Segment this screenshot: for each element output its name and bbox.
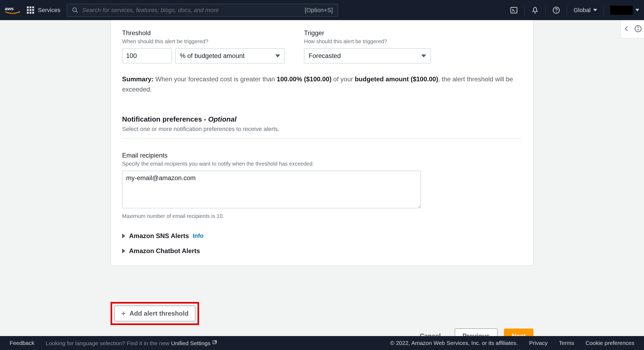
cloudshell-icon[interactable] [510,6,518,14]
language-hint: Looking for language selection? Find it … [46,340,217,347]
email-recipients-max: Maximum number of email recipients is 10… [122,213,522,219]
threshold-unit-select[interactable]: % of budgeted amount [175,48,285,63]
svg-line-2 [76,11,78,13]
threshold-help: When should this alert be triggered? [122,38,293,45]
notification-preferences-heading: Notification preferences - Optional [122,115,522,123]
chevron-down-icon [593,9,597,11]
caret-right-icon [122,249,125,253]
services-menu[interactable]: Services [27,6,60,14]
top-nav: aws Services [Option+S] Global [0,0,644,20]
services-label: Services [38,7,60,14]
cancel-button[interactable]: Cancel [412,329,448,336]
copyright: © 2022, Amazon Web Services, Inc. or its… [390,340,518,346]
global-search[interactable]: [Option+S] [67,4,338,17]
search-shortcut: [Option+S] [305,7,333,14]
chevron-down-icon [275,54,280,57]
notification-preferences-help: Select one or more notification preferen… [122,126,522,133]
chatbot-alerts-expander[interactable]: Amazon Chatbot Alerts [122,247,522,255]
account-menu[interactable] [610,6,639,15]
terms-link[interactable]: Terms [559,340,574,346]
svg-point-1 [73,8,76,12]
email-recipients-label: Email recipients [122,152,522,159]
chevron-down-icon [635,9,639,11]
sns-info-link[interactable]: Info [193,232,203,239]
svg-rect-10 [213,341,216,344]
cookie-preferences-link[interactable]: Cookie preferences [586,340,634,346]
privacy-link[interactable]: Privacy [529,340,548,346]
sns-alerts-expander[interactable]: Amazon SNS Alerts Info [122,232,522,240]
aws-logo[interactable]: aws [5,5,20,15]
trigger-help: How should this alert be triggered? [304,38,431,45]
external-link-icon [212,340,217,345]
feedback-link[interactable]: Feedback [10,340,34,346]
trigger-label: Trigger [304,29,431,37]
account-id-redacted [610,6,633,15]
chevron-down-icon [421,54,426,57]
unified-settings-link[interactable]: Unified Settings [171,340,217,346]
search-icon [72,7,78,13]
threshold-label: Threshold [122,29,293,37]
search-input[interactable] [82,7,301,14]
wizard-actions: Cancel Previous Next [412,329,533,336]
email-recipients-help: Specify the email recipients you want to… [122,161,522,167]
threshold-summary: Summary: When your forecasted cost is gr… [122,74,522,95]
help-icon[interactable] [552,6,560,14]
region-selector[interactable]: Global [573,7,597,14]
svg-text:aws: aws [5,6,14,11]
threshold-value-input[interactable] [122,48,172,63]
previous-button[interactable]: Previous [455,329,497,336]
email-recipients-input[interactable]: my-email@amazon.com [122,171,420,208]
svg-point-6 [556,12,557,12]
notifications-icon[interactable] [531,6,539,14]
next-button[interactable]: Next [504,329,533,336]
add-alert-highlight: + Add alert threshold [111,302,199,325]
alert-threshold-panel: Threshold When should this alert be trig… [111,20,533,266]
console-footer: Feedback Looking for language selection?… [0,336,644,350]
add-alert-threshold-button[interactable]: + Add alert threshold [114,306,195,321]
plus-icon: + [121,309,126,318]
grid-icon [27,6,34,14]
caret-right-icon [122,234,125,238]
trigger-select[interactable]: Forecasted [304,48,431,63]
